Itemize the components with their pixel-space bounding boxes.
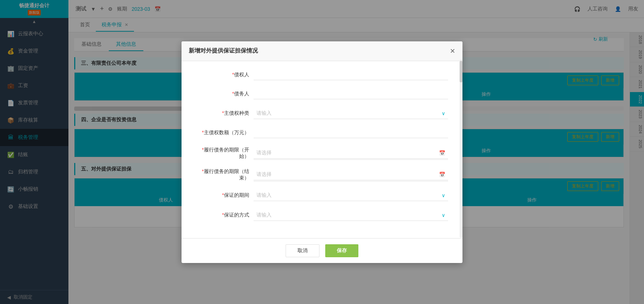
label-zhaiquanren: *债权人 [196,72,254,78]
form-row-zhuzhaiquanshuliang: *主债权数额（万元） [196,128,448,138]
label-lvxingqixian-end: *履行债务的期限（结束） [196,168,254,181]
required-mark-zhuzhaiquanshuliang: * [202,130,204,135]
input-zhaiwuren[interactable] [254,89,448,99]
dialog-overlay: 新增对外提供保证担保情况 ✕ *债权人 *债务人 [0,0,644,304]
date-placeholder-start: 请选择 [256,150,272,156]
select-baozheng-period[interactable]: 请输入 ∨ [254,190,448,201]
form-row-zhaiquanren: *债权人 [196,70,448,80]
form-row-lvxingqixian-end: *履行债务的期限（结束） 请选择 📅 [196,168,448,181]
dialog-footer: 取消 保存 [182,238,462,263]
dialog-header: 新增对外提供保证担保情况 ✕ [182,41,462,61]
dialog: 新增对外提供保证担保情况 ✕ *债权人 *债务人 [182,41,462,263]
date-placeholder-end: 请选择 [256,171,272,178]
required-mark-lvxingqixian-end: * [202,168,204,174]
select-baozheng-period-placeholder: 请输入 [256,192,272,199]
label-baozheng-period: *保证的期间 [196,192,254,199]
dialog-close-button[interactable]: ✕ [450,47,455,55]
required-mark-zhaiwuren: * [232,91,234,96]
label-zhaiwuren: *债务人 [196,91,254,97]
form-row-baozheng-period: *保证的期间 请输入 ∨ [196,190,448,201]
select-zhuzhaiquanzhonglei-placeholder: 请输入 [256,110,272,117]
form-row-zhaiwuren: *债务人 [196,89,448,99]
chevron-down-icon-baozheng-way: ∨ [442,212,445,218]
select-baozheng-way[interactable]: 请输入 ∨ [254,210,448,221]
required-mark-baozheng-way: * [222,212,224,218]
chevron-down-icon-baozheng-period: ∨ [442,192,445,198]
input-zhaiquanren[interactable] [254,70,448,80]
dialog-body: *债权人 *债务人 *主债权种类 请输入 ∨ [182,61,462,238]
select-baozheng-way-placeholder: 请输入 [256,212,272,218]
calendar-icon-end: 📅 [439,172,445,177]
dialog-title: 新增对外提供保证担保情况 [189,47,258,55]
form-row-lvxingqixian-start: *履行债务的期限（开始） 请选择 📅 [196,147,448,160]
required-mark-zhaiquanren: * [232,72,234,77]
label-baozheng-way: *保证的方式 [196,212,254,218]
save-button[interactable]: 保存 [325,244,358,257]
dialog-scrollbar-thumb [460,61,462,82]
required-mark-lvxingqixian-start: * [202,147,204,153]
datepicker-lvxingqixian-start[interactable]: 请选择 📅 [254,148,448,159]
calendar-icon-start: 📅 [439,150,445,156]
dialog-scrollbar[interactable] [460,59,462,238]
label-zhuzhaiquanshuliang: *主债权数额（万元） [196,130,254,136]
label-lvxingqixian-start: *履行债务的期限（开始） [196,147,254,160]
input-zhuzhaiquanshuliang[interactable] [254,128,448,138]
select-zhuzhaiquanzhonglei[interactable]: 请输入 ∨ [254,108,448,119]
datepicker-lvxingqixian-end[interactable]: 请选择 📅 [254,169,448,180]
required-mark-baozheng-period: * [222,192,224,198]
chevron-down-icon-zhuzhaiquanzhonglei: ∨ [442,110,445,116]
form-row-baozheng-way: *保证的方式 请输入 ∨ [196,210,448,221]
required-mark-zhuzhaiquanzhonglei: * [222,110,224,116]
form-row-zhuzhaiquanzhonglei: *主债权种类 请输入 ∨ [196,108,448,119]
cancel-button[interactable]: 取消 [286,244,319,257]
label-zhuzhaiquanzhonglei: *主债权种类 [196,110,254,117]
